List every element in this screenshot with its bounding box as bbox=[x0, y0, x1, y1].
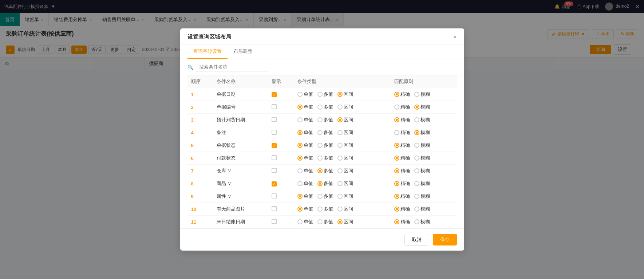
modal-tab-layout-adjust-label: 布局调整 bbox=[233, 48, 252, 54]
modal-search-area: 🔍 bbox=[180, 59, 464, 70]
modal-tabs: 查询字段设置 布局调整 bbox=[180, 44, 464, 59]
modal-header: 设置查询区域布局 × bbox=[180, 28, 464, 44]
modal-title: 设置查询区域布局 bbox=[187, 34, 231, 40]
search-icon: 🔍 bbox=[187, 64, 193, 70]
modal-dialog: 设置查询区域布局 × 查询字段设置 布局调整 🔍 顺序 条件名称 bbox=[180, 28, 464, 70]
modal-overlay: 设置查询区域布局 × 查询字段设置 布局调整 🔍 顺序 条件名称 bbox=[0, 0, 644, 70]
modal-tab-layout-adjust[interactable]: 布局调整 bbox=[228, 44, 258, 59]
modal-tab-query-fields-label: 查询字段设置 bbox=[193, 48, 222, 54]
search-input[interactable] bbox=[196, 63, 269, 70]
modal-close-button[interactable]: × bbox=[453, 34, 457, 40]
modal-tab-query-fields[interactable]: 查询字段设置 bbox=[187, 44, 228, 59]
